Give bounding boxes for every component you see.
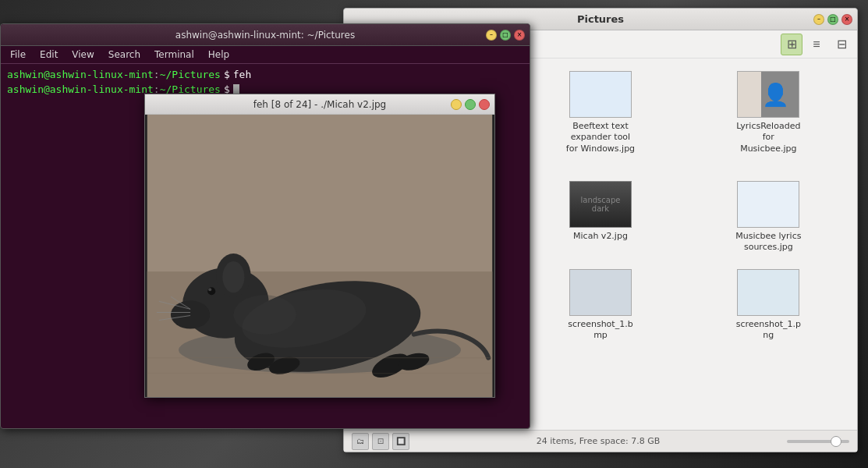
file-thumbnail <box>737 269 799 316</box>
feh-image <box>145 115 494 397</box>
terminal-menu-terminal[interactable]: Terminal <box>148 48 200 62</box>
file-label: screenshot_1.png <box>733 319 803 342</box>
feh-close-button[interactable] <box>479 99 490 110</box>
svg-point-9 <box>208 288 211 291</box>
file-manager-minimize-button[interactable]: – <box>813 14 824 25</box>
fm-status-icon-group: 🗂 ⊡ 🔲 <box>352 433 409 450</box>
file-thumbnail: 👤 <box>737 71 799 118</box>
file-thumbnail <box>737 181 799 228</box>
terminal-user: ashwin@ashwin-linux-mint <box>7 69 154 80</box>
terminal-menu-view[interactable]: View <box>66 48 100 62</box>
fm-zoom-slider[interactable] <box>787 440 849 443</box>
terminal-user-2: ashwin@ashwin-linux-mint <box>7 83 154 95</box>
feh-title: feh [8 of 24] - ./Micah v2.jpg <box>253 99 386 110</box>
terminal-command: feh <box>233 69 251 80</box>
terminal-menubar: File Edit View Search Terminal Help <box>1 46 530 64</box>
feh-titlebar: feh [8 of 24] - ./Micah v2.jpg <box>145 94 494 115</box>
terminal-menu-file[interactable]: File <box>4 48 32 62</box>
feh-minimize-button[interactable] <box>451 99 462 110</box>
file-manager-statusbar: 🗂 ⊡ 🔲 24 items, Free space: 7.8 GB <box>344 430 857 452</box>
fm-view-grid-button[interactable]: ⊞ <box>781 34 802 55</box>
fm-status-icon-1[interactable]: 🗂 <box>352 433 369 450</box>
terminal-menu-edit[interactable]: Edit <box>34 48 64 62</box>
list-item[interactable]: landscapedark Micah v2.jpg <box>519 176 681 258</box>
terminal-colon: : <box>154 69 160 80</box>
terminal-prompt-line: ashwin@ashwin-linux-mint : ~/Pictures $ … <box>7 69 523 80</box>
terminal-dollar: $ <box>224 69 230 80</box>
svg-point-19 <box>233 295 296 334</box>
file-thumbnail: landscapedark <box>569 181 632 228</box>
terminal-maximize-button[interactable]: □ <box>500 30 511 41</box>
terminal-path: ~/Pictures <box>160 69 221 80</box>
terminal-title: ashwin@ashwin-linux-mint: ~/Pictures <box>175 30 355 41</box>
feh-window-controls <box>451 99 490 110</box>
file-label: Musicbee lyrics sources.jpg <box>733 231 803 254</box>
slider-track <box>787 440 849 443</box>
terminal-close-button[interactable]: × <box>514 30 525 41</box>
terminal-menu-help[interactable]: Help <box>202 48 236 62</box>
fm-view-compact-button[interactable]: ⊟ <box>831 34 852 55</box>
file-manager-close-button[interactable]: × <box>841 14 852 25</box>
file-thumbnail <box>569 71 632 118</box>
list-item[interactable]: screenshot_1.png <box>688 264 849 346</box>
svg-point-5 <box>171 300 210 328</box>
terminal-menu-search[interactable]: Search <box>102 48 147 62</box>
list-item[interactable]: 👤 LyricsReloaded for Musicbee.jpg <box>688 66 849 170</box>
list-item[interactable]: screenshot_1.bmp <box>519 264 681 346</box>
file-manager-title: Pictures <box>577 13 624 25</box>
fm-status-icon-3[interactable]: 🔲 <box>392 433 409 450</box>
file-manager-window-controls: – □ × <box>813 14 852 25</box>
list-item[interactable]: Beeftext text expander tool for Windows.… <box>519 66 681 170</box>
slider-thumb <box>831 436 841 447</box>
fm-status-text: 24 items, Free space: 7.8 GB <box>537 436 660 446</box>
fm-status-icon-2[interactable]: ⊡ <box>372 433 389 450</box>
feh-maximize-button[interactable] <box>465 99 476 110</box>
terminal-titlebar: ashwin@ashwin-linux-mint: ~/Pictures – □… <box>1 24 530 46</box>
svg-point-7 <box>222 261 244 292</box>
file-label: Beeftext text expander tool for Windows.… <box>565 121 636 154</box>
feh-window: feh [8 of 24] - ./Micah v2.jpg <box>144 94 495 398</box>
file-thumbnail <box>569 269 632 316</box>
terminal-window-controls: – □ × <box>486 30 525 41</box>
svg-point-8 <box>207 287 215 295</box>
file-manager-maximize-button[interactable]: □ <box>827 14 838 25</box>
file-label: screenshot_1.bmp <box>565 319 636 342</box>
file-label: Micah v2.jpg <box>573 231 628 242</box>
feh-image-area <box>145 115 494 397</box>
file-label: LyricsReloaded for Musicbee.jpg <box>733 121 803 154</box>
terminal-minimize-button[interactable]: – <box>486 30 497 41</box>
fm-view-list-button[interactable]: ≡ <box>806 34 827 55</box>
list-item[interactable]: Musicbee lyrics sources.jpg <box>688 176 849 258</box>
